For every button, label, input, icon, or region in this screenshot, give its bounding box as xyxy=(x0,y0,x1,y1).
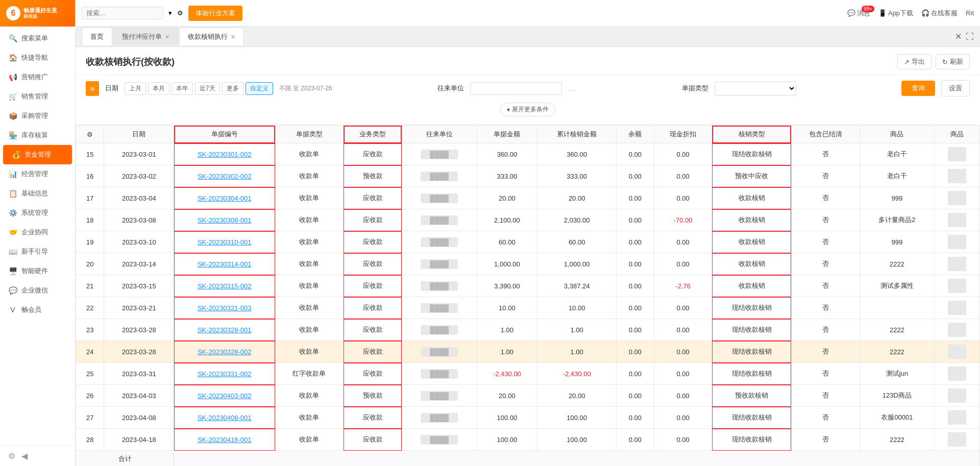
col-header-8: 余额 xyxy=(617,126,654,143)
sidebar-item-basics[interactable]: 📋基础信息 xyxy=(0,184,75,203)
date-btn-7days[interactable]: 近7天 xyxy=(195,82,220,95)
filter-counterpart-input[interactable] xyxy=(470,82,562,95)
cell-13-11: 否 xyxy=(791,429,860,451)
cell-0-5: ████ xyxy=(402,143,477,165)
cell-3-1: 2023-03-08 xyxy=(104,209,174,231)
topbar-search-input[interactable] xyxy=(82,7,163,19)
expand-conditions-btn[interactable]: ▾ 展开更多条件 xyxy=(500,103,555,116)
sidebar-item-sales[interactable]: 🛒销售管理 xyxy=(0,87,75,106)
doc-no-link[interactable]: SK-20230315-002 xyxy=(198,282,252,290)
tab-expand-icon[interactable]: ⛶ xyxy=(966,32,974,41)
doc-no-link[interactable]: SK-20230418-001 xyxy=(198,436,252,444)
sidebar-item-operations[interactable]: 📊经营管理 xyxy=(0,164,75,184)
tab-receipt-reconcile[interactable]: 收款核销执行 ✕ xyxy=(179,28,244,45)
table-footer: 合计 xyxy=(76,451,980,467)
doc-no-link[interactable]: SK-20230310-001 xyxy=(198,238,252,246)
cell-11-2[interactable]: SK-20230403-002 xyxy=(174,385,275,407)
cell-0-0: 15 xyxy=(76,143,104,165)
sidebar-item-purchase[interactable]: 📦采购管理 xyxy=(0,106,75,126)
cell-12-9: 0.00 xyxy=(654,407,712,429)
messages-link[interactable]: 💬 消息 99+ xyxy=(847,9,870,18)
doc-no-link[interactable]: SK-20230314-001 xyxy=(198,260,252,268)
cell-10-2[interactable]: SK-20230331-002 xyxy=(174,363,275,385)
sidebar-item-search[interactable]: 🔍搜索菜单 xyxy=(0,29,75,48)
gear-col-icon[interactable]: ⚙ xyxy=(87,131,93,138)
sidebar-item-inventory[interactable]: 🏪库存核算 xyxy=(0,126,75,145)
cell-5-8: 0.00 xyxy=(617,253,654,275)
tab-close-icon[interactable]: ✕ xyxy=(955,32,962,41)
cell-8-13 xyxy=(934,319,979,341)
date-btn-more[interactable]: 更多 xyxy=(222,82,243,95)
sidebar-item-member[interactable]: V畅会员 xyxy=(0,300,75,320)
cell-8-2[interactable]: SK-20230328-001 xyxy=(174,319,275,341)
online-service-link[interactable]: 🎧 在线客服 xyxy=(921,9,958,18)
filter-toggle-btn[interactable]: » xyxy=(86,81,99,96)
sidebar-item-marketing[interactable]: 📢营销推广 xyxy=(0,67,75,87)
doc-no-link[interactable]: SK-20230328-001 xyxy=(198,326,252,334)
cell-7-2[interactable]: SK-20230321-003 xyxy=(174,297,275,319)
filter-settings-btn[interactable]: 设置 xyxy=(941,80,970,96)
cell-1-6: 333.00 xyxy=(477,165,537,187)
doc-no-link[interactable]: SK-20230408-001 xyxy=(198,414,252,422)
sidebar-item-shortcuts[interactable]: 🏠快捷导航 xyxy=(0,48,75,67)
sidebar-icon-purchase: 📦 xyxy=(8,112,17,120)
cell-6-7: 3,387.24 xyxy=(537,275,617,297)
sidebar-item-wechat[interactable]: 💬企业微信 xyxy=(0,281,75,300)
sidebar-item-guide[interactable]: 📖新手引导 xyxy=(0,242,75,261)
cell-12-7: 100.00 xyxy=(537,407,617,429)
tab-home[interactable]: 首页 xyxy=(82,28,112,45)
sidebar-item-hardware[interactable]: 🖥️智能硬件 xyxy=(0,261,75,281)
sidebar-item-enterprise[interactable]: 🤝企业协同 xyxy=(0,223,75,242)
cell-3-2[interactable]: SK-20230308-001 xyxy=(174,209,275,231)
cell-12-2[interactable]: SK-20230408-001 xyxy=(174,407,275,429)
tab-prepay-payable[interactable]: 预付冲应付单 ✕ xyxy=(113,28,178,45)
sidebar-item-system[interactable]: ⚙️系统管理 xyxy=(0,203,75,223)
export-btn[interactable]: ↗ 导出 xyxy=(897,54,932,69)
cell-11-1: 2023-04-03 xyxy=(104,385,174,407)
date-btn-custom[interactable]: 自定义 xyxy=(246,82,273,95)
cell-2-2[interactable]: SK-20230304-001 xyxy=(174,187,275,209)
table-row: 282023-04-18SK-20230418-001收款单应收款████100… xyxy=(76,429,980,451)
cell-0-7: 360.00 xyxy=(537,143,617,165)
cell-1-3: 收款单 xyxy=(275,165,344,187)
sidebar-icon-wechat: 💬 xyxy=(8,286,17,295)
topbar-industry-btn[interactable]: 体验行业方案 xyxy=(188,6,242,21)
cell-5-9: 0.00 xyxy=(654,253,712,275)
doc-no-link[interactable]: SK-20230331-002 xyxy=(198,370,252,378)
refresh-btn[interactable]: ↻ 刷新 xyxy=(936,54,970,69)
filter-row-1: » 日期 上月 本月 本年 近7天 更多 自定义 不限 至 2023-07-26… xyxy=(86,80,970,96)
cell-6-2[interactable]: SK-20230315-002 xyxy=(174,275,275,297)
doc-no-link[interactable]: SK-20230403-002 xyxy=(198,392,252,400)
filter-date-range: 不限 至 2023-07-26 xyxy=(279,84,332,93)
app-download-link[interactable]: 📱 App下载 xyxy=(878,9,913,18)
sidebar-item-finance[interactable]: 💰资金管理 xyxy=(3,145,72,164)
date-btn-this-month[interactable]: 本月 xyxy=(148,82,169,95)
sidebar-settings-icon[interactable]: ⚙ xyxy=(8,451,15,461)
doc-no-link[interactable]: SK-20230301-002 xyxy=(198,151,252,158)
cell-2-9: 0.00 xyxy=(654,187,712,209)
cell-1-2[interactable]: SK-20230302-002 xyxy=(174,165,275,187)
sidebar-collapse-icon[interactable]: ◀ xyxy=(21,451,28,461)
doc-no-link[interactable]: SK-20230302-002 xyxy=(198,173,252,180)
doc-no-link[interactable]: SK-20230308-001 xyxy=(198,216,252,224)
topbar-gear-icon[interactable]: ⚙ xyxy=(177,9,183,17)
cell-4-2[interactable]: SK-20230310-001 xyxy=(174,231,275,253)
tab-close-receipt[interactable]: ✕ xyxy=(231,34,235,40)
query-btn[interactable]: 查询 xyxy=(901,81,935,96)
cell-9-2[interactable]: SK-20230328-002 xyxy=(174,341,275,363)
tab-close-prepay[interactable]: ✕ xyxy=(165,34,169,40)
cell-3-8: 0.00 xyxy=(617,209,654,231)
doc-no-link[interactable]: SK-20230321-003 xyxy=(198,304,252,312)
doc-no-link[interactable]: SK-20230328-002 xyxy=(198,348,252,356)
topbar-dropdown-icon[interactable]: ▾ xyxy=(168,9,172,17)
date-btn-this-year[interactable]: 本年 xyxy=(172,82,193,95)
date-btn-last-month[interactable]: 上月 xyxy=(125,82,146,95)
cell-13-2[interactable]: SK-20230418-001 xyxy=(174,429,275,451)
cell-0-2[interactable]: SK-20230301-002 xyxy=(174,143,275,165)
filter-doc-type-select[interactable] xyxy=(715,82,796,95)
cell-5-2[interactable]: SK-20230314-001 xyxy=(174,253,275,275)
doc-no-link[interactable]: SK-20230304-001 xyxy=(198,194,252,202)
cell-1-10: 预收中应收 xyxy=(712,165,791,187)
cell-2-12: 999 xyxy=(860,187,934,209)
cell-11-0: 26 xyxy=(76,385,104,407)
